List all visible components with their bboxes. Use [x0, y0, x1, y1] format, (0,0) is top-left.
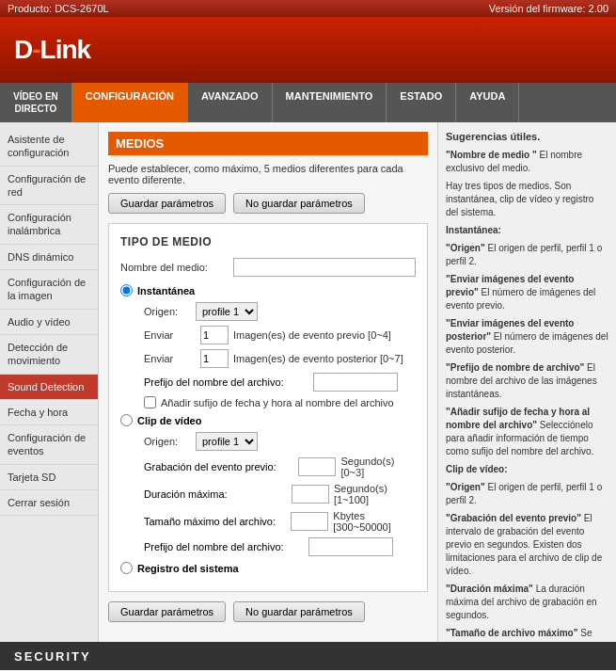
firmware-label: Versión del firmware: 2.00 [489, 3, 608, 14]
help-panel: Sugerencias útiles. "Nombre de medio " E… [437, 122, 616, 642]
description: Puede establecer, como máximo, 5 medios … [108, 163, 428, 185]
video-duracion-row: Duración máxima: Segundo(s) [1~100] [144, 483, 416, 505]
top-bar: Producto: DCS-2670L Versión del firmware… [0, 0, 616, 17]
video-radio-row: Clip de vídeo [120, 414, 416, 426]
snapshot-origen-select[interactable]: profile 1 profile 2 [196, 302, 258, 321]
video-tamano-input[interactable] [291, 512, 328, 531]
help-title: Sugerencias útiles. [446, 130, 608, 144]
help-item-12: "Duración máxima" La duración máxima del… [446, 583, 608, 622]
sidebar-item-sound[interactable]: Sound Detection [0, 375, 98, 400]
help-item-4: "Origen" El origen de perfil, perfil 1 o… [446, 242, 608, 268]
video-tamano-row: Tamaño máximo del archivo: Kbytes [300~5… [144, 510, 416, 533]
nav-advanced[interactable]: AVANZADO [188, 83, 273, 122]
product-label: Producto: DCS-2670L [8, 3, 109, 14]
snapshot-radio[interactable] [120, 284, 133, 296]
video-duracion-label: Duración máxima: [144, 488, 292, 500]
help-item-3: Instantánea: [446, 224, 608, 237]
snapshot-previo-suffix: Imagen(es) de evento previo [0~4] [233, 329, 391, 341]
sidebar-item-wireless[interactable]: Configuración inalámbrica [0, 205, 98, 245]
video-grabacion-row: Grabación del evento previo: Segundo(s) … [144, 456, 416, 478]
sidebar-item-motion[interactable]: Detección de movimiento [0, 335, 98, 375]
help-item-9: Clip de vídeo: [446, 463, 608, 476]
video-duracion-suffix: Segundo(s) [1~100] [334, 483, 416, 505]
snapshot-posterior-suffix: Imagen(es) de evento posterior [0~7] [233, 353, 403, 364]
content-area: MEDIOS Puede establecer, como máximo, 5 … [99, 122, 437, 642]
snapshot-subfields: Origen: profile 1 profile 2 Enviar Image… [120, 302, 416, 408]
snapshot-previo-input[interactable] [200, 326, 229, 344]
security-label: SECURITY [14, 649, 91, 664]
help-item-8: "Añadir sufijo de fecha y hora al nombre… [446, 406, 608, 458]
help-item-11: "Grabación del evento previo" El interva… [446, 512, 608, 578]
snapshot-prefijo-row: Prefijo del nombre del archivo: [144, 373, 416, 392]
snapshot-posterior-input[interactable] [200, 349, 229, 368]
video-tamano-label: Tamaño máximo del archivo: [144, 516, 291, 527]
sidebar-item-network[interactable]: Configuración de red [0, 167, 98, 206]
header: D-Link [0, 17, 616, 83]
snapshot-previo-row: Enviar Imagen(es) de evento previo [0~4] [144, 326, 416, 344]
save-button-top[interactable]: Guardar parámetros [108, 193, 226, 214]
form-section-title: TIPO DE MEDIO [120, 235, 416, 248]
video-tamano-suffix: Kbytes [300~50000] [333, 510, 416, 533]
nosave-button-top[interactable]: No guardar parámetros [233, 193, 365, 214]
snapshot-enviar-previo-label: Enviar [144, 329, 200, 341]
name-field-row: Nombre del medio: [120, 258, 416, 277]
snapshot-origen-label: Origen: [144, 306, 196, 317]
nosave-button-bottom[interactable]: No guardar parámetros [233, 601, 365, 622]
snapshot-label: Instantánea [137, 285, 195, 296]
system-radio-row: Registro del sistema [120, 562, 416, 574]
snapshot-posterior-row: Enviar Imagen(es) de evento posterior [0… [144, 349, 416, 368]
video-subfields: Origen: profile 1 profile 2 Grabación de… [120, 432, 416, 556]
help-item-6: "Enviar imágenes del evento posterior" E… [446, 317, 608, 357]
sidebar-item-datetime[interactable]: Fecha y hora [0, 400, 98, 425]
system-radio[interactable] [120, 562, 133, 574]
help-item-5: "Enviar imágenes del evento previo" El n… [446, 273, 608, 312]
video-grabacion-input[interactable] [298, 457, 336, 476]
video-origen-row: Origen: profile 1 profile 2 [144, 432, 416, 451]
snapshot-checkbox-label: Añadir sufijo de fecha y hora al nombre … [161, 397, 394, 408]
help-item-13: "Tamaño de archivo máximo" Se generará e… [446, 627, 608, 642]
nav-help[interactable]: AYUDA [456, 83, 519, 122]
nav-maintenance[interactable]: MANTENIMIENTO [273, 83, 387, 122]
video-origen-select[interactable]: profile 1 profile 2 [196, 432, 258, 451]
snapshot-origen-row: Origen: profile 1 profile 2 [144, 302, 416, 321]
snapshot-checkbox-row: Añadir sufijo de fecha y hora al nombre … [144, 396, 416, 408]
bottom-bar: SECURITY [0, 642, 616, 670]
sidebar-item-logout[interactable]: Cerrar sesión [0, 490, 98, 516]
snapshot-enviar-posterior-label: Enviar [144, 353, 200, 364]
snapshot-prefijo-input[interactable] [313, 373, 398, 392]
sidebar-item-audio[interactable]: Audio y vídeo [0, 310, 98, 335]
video-prefijo-input[interactable] [308, 537, 393, 556]
sidebar-item-wizard[interactable]: Asistente de configuración [0, 127, 98, 167]
logo: D-Link [14, 35, 90, 65]
nav-status[interactable]: ESTADO [387, 83, 456, 122]
video-grabacion-label: Grabación del evento previo: [144, 461, 298, 472]
video-label: Clip de vídeo [137, 415, 201, 426]
snapshot-checkbox[interactable] [144, 396, 156, 408]
help-item-7: "Prefijo de nombre de archivo" El nombre… [446, 361, 608, 401]
nav-video[interactable]: VÍDEO ENDIRECTO [0, 83, 72, 122]
section-title: MEDIOS [108, 132, 428, 155]
snapshot-radio-row: Instantánea [120, 284, 416, 296]
sidebar-item-image[interactable]: Configuración de la imagen [0, 270, 98, 310]
sidebar-item-sd[interactable]: Tarjeta SD [0, 465, 98, 490]
sidebar-item-ddns[interactable]: DNS dinámico [0, 245, 98, 270]
name-input[interactable] [233, 258, 416, 277]
nav-config[interactable]: CONFIGURACIÓN [72, 83, 188, 122]
nav-bar: VÍDEO ENDIRECTO CONFIGURACIÓN AVANZADO M… [0, 83, 616, 122]
main-layout: Asistente de configuración Configuración… [0, 122, 616, 642]
top-btn-row: Guardar parámetros No guardar parámetros [108, 193, 428, 214]
video-duracion-input[interactable] [292, 485, 329, 504]
video-prefijo-row: Prefijo del nombre del archivo: [144, 537, 416, 556]
form-section: TIPO DE MEDIO Nombre del medio: Instantá… [108, 223, 428, 592]
bottom-btn-row: Guardar parámetros No guardar parámetros [108, 601, 428, 622]
name-label: Nombre del medio: [120, 262, 233, 273]
save-button-bottom[interactable]: Guardar parámetros [108, 601, 226, 622]
video-radio[interactable] [120, 414, 133, 426]
video-grabacion-suffix: Segundo(s) [0~3] [340, 456, 416, 478]
video-origen-label: Origen: [144, 436, 196, 447]
sidebar-item-events[interactable]: Configuración de eventos [0, 425, 98, 465]
video-prefijo-label: Prefijo del nombre del archivo: [144, 541, 308, 552]
help-item-1: "Nombre de medio " El nombre exclusivo d… [446, 149, 608, 175]
snapshot-prefijo-label: Prefijo del nombre del archivo: [144, 376, 313, 388]
sidebar: Asistente de configuración Configuración… [0, 122, 99, 642]
